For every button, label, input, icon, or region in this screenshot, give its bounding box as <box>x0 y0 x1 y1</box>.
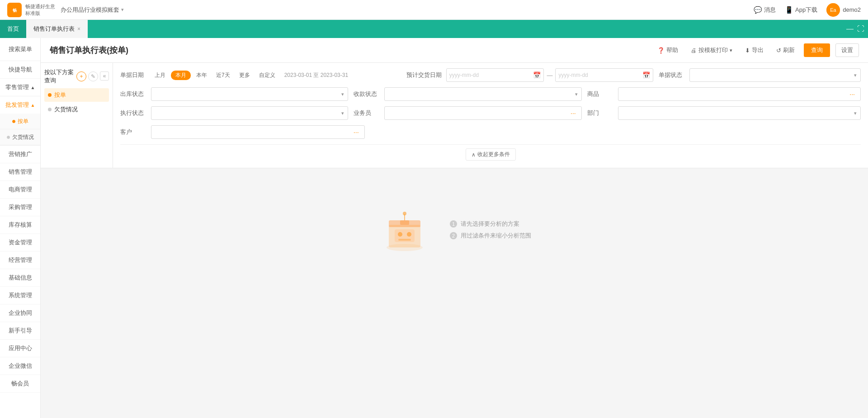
product-input[interactable]: ··· <box>618 87 861 101</box>
main-layout: 搜索菜单 快捷导航 零售管理 ▲ 批发管理 ▲ ● 按单 ● <box>0 38 868 418</box>
help-button[interactable]: ❓ 帮助 <box>654 44 682 56</box>
more-date-tab[interactable]: 更多 <box>236 71 254 80</box>
last-month-tab[interactable]: 上月 <box>151 71 169 80</box>
scheme-item-debt[interactable]: 欠货情况 <box>44 103 109 116</box>
scheme-panel: 按以下方案查询 + ✎ « 按单 欠货情况 <box>41 63 113 168</box>
custom-date-tab[interactable]: 自定义 <box>255 71 279 80</box>
sidebar-accordion-retail: 零售管理 ▲ <box>0 79 40 96</box>
expected-delivery-label: 预计交货日期 <box>406 71 443 79</box>
collect-status-field: 收款状态 ▾ <box>354 87 581 101</box>
sidebar-item-apps[interactable]: 应用中心 <box>0 340 40 357</box>
svg-rect-7 <box>400 220 409 225</box>
customer-input[interactable]: ··· <box>151 125 365 139</box>
outbound-status-arrow-icon: ▾ <box>341 91 344 97</box>
sidebar-item-business[interactable]: 经营管理 <box>0 252 40 269</box>
delivery-date-end[interactable]: yyyy-mm-dd 📅 <box>555 68 653 82</box>
tab-bar: 首页 销售订单执行表 × — ⛶ <box>0 20 868 38</box>
export-button[interactable]: ⬇ 导出 <box>741 44 767 56</box>
search-button[interactable]: 查询 <box>804 43 830 57</box>
scheme-collapse-button[interactable]: « <box>100 71 109 81</box>
svg-text:Ea: Ea <box>830 7 837 13</box>
product-field: 商品 ··· <box>587 87 861 101</box>
retail-expand-icon: ▲ <box>31 85 35 90</box>
refresh-button[interactable]: ↺ 刷新 <box>773 44 798 56</box>
sidebar-item-marketing[interactable]: 营销推广 <box>0 146 40 163</box>
sidebar-item-finance[interactable]: 资金管理 <box>0 234 40 252</box>
execution-status-arrow-icon: ▾ <box>341 110 344 116</box>
salesperson-input[interactable]: ··· <box>384 106 581 120</box>
empty-state-content: 1 请先选择要分析的方案 2 用过滤条件来缩小分析范围 <box>377 204 531 259</box>
customer-field: 客户 ··· <box>120 125 365 139</box>
svg-point-10 <box>407 232 411 237</box>
sidebar-item-newbie[interactable]: 新手引导 <box>0 322 40 340</box>
expected-delivery-field: 预计交货日期 yyyy-mm-dd 📅 — yyyy-mm-dd 📅 <box>406 68 653 82</box>
sidebar-item-retail[interactable]: 零售管理 ▲ <box>0 79 40 96</box>
message-button[interactable]: 💬 消息 <box>754 6 776 14</box>
window-minimize-icon[interactable]: — <box>846 25 854 33</box>
sidebar-item-inventory[interactable]: 库存核算 <box>0 216 40 234</box>
scheme-add-button[interactable]: + <box>76 71 86 81</box>
sidebar-item-quick-nav[interactable]: 快捷导航 <box>0 61 40 79</box>
svg-text:畅: 畅 <box>13 8 17 13</box>
message-icon: 💬 <box>754 6 762 14</box>
department-dropdown[interactable]: ▾ <box>618 106 861 120</box>
sidebar-item-ecommerce[interactable]: 电商管理 <box>0 181 40 199</box>
outbound-status-dropdown[interactable]: ▾ <box>151 87 348 101</box>
execution-status-dropdown[interactable]: ▾ <box>151 106 348 120</box>
empty-hint-1: 1 请先选择要分析的方案 <box>450 220 531 228</box>
print-arrow-icon: ▾ <box>730 48 732 53</box>
current-year-tab[interactable]: 本年 <box>193 71 211 80</box>
department-arrow-icon: ▾ <box>854 110 857 116</box>
sidebar-search-section: 搜索菜单 <box>0 38 40 61</box>
sidebar-item-wechat[interactable]: 企业微信 <box>0 357 40 375</box>
product-label: 商品 <box>587 90 614 98</box>
sidebar-item-sales[interactable]: 销售管理 <box>0 163 40 181</box>
sidebar-sub-item-debt[interactable]: ● 欠货情况 <box>0 129 40 145</box>
delivery-date-range: yyyy-mm-dd 📅 — yyyy-mm-dd 📅 <box>446 68 653 82</box>
current-month-tab[interactable]: 本月 <box>171 71 191 80</box>
scheme-item-order[interactable]: 按单 <box>44 88 109 102</box>
collapse-more-button[interactable]: ∧ 收起更多条件 <box>466 148 516 161</box>
salesperson-ellipsis-icon[interactable]: ··· <box>569 109 578 118</box>
app-download-button[interactable]: 📱 App下载 <box>785 6 817 14</box>
breadcrumb[interactable]: 办公用品行业模拟账套 ▾ <box>61 6 124 14</box>
last-7-days-tab[interactable]: 近7天 <box>212 71 234 80</box>
top-bar-left: 畅 畅捷通好生意 标准版 办公用品行业模拟账套 ▾ <box>7 3 124 17</box>
sidebar-item-purchase[interactable]: 采购管理 <box>0 199 40 216</box>
page-header: 销售订单执行表(按单) ❓ 帮助 🖨 按模板打印 ▾ ⬇ 导出 ↺ 刷新 <box>41 38 868 63</box>
customer-ellipsis-icon[interactable]: ··· <box>352 128 361 137</box>
tab-home[interactable]: 首页 <box>0 20 26 38</box>
outbound-status-label: 出库状态 <box>120 90 147 98</box>
help-icon: ❓ <box>657 47 665 54</box>
sidebar-item-member[interactable]: 畅会员 <box>0 375 40 393</box>
scheme-edit-button[interactable]: ✎ <box>88 71 98 81</box>
sidebar-accordion-wholesale: 批发管理 ▲ ● 按单 ● 欠货情况 <box>0 96 40 146</box>
sidebar-search-button[interactable]: 搜索菜单 <box>4 43 37 56</box>
debt-dot-icon: ● <box>6 133 11 141</box>
user-menu[interactable]: Ea demo2 <box>826 3 861 17</box>
filter-form: 单据日期 上月 本月 本年 近7天 更多 自定义 2023-03-01 至 20… <box>113 63 868 168</box>
scheme-debt-dot <box>48 108 52 111</box>
settings-button[interactable]: 设置 <box>835 43 859 57</box>
document-status-dropdown[interactable]: ▾ <box>689 68 861 82</box>
sidebar-item-wholesale[interactable]: 批发管理 ▲ <box>0 96 40 114</box>
product-ellipsis-icon[interactable]: ··· <box>848 90 857 99</box>
scheme-panel-header: 按以下方案查询 + ✎ « <box>44 68 109 85</box>
collapse-more-row: ∧ 收起更多条件 <box>120 144 861 162</box>
sidebar-sub-item-order[interactable]: ● 按单 <box>0 114 40 129</box>
wholesale-expand-icon: ▲ <box>31 103 35 108</box>
sidebar-item-system[interactable]: 系统管理 <box>0 287 40 304</box>
sidebar-item-enterprise[interactable]: 企业协同 <box>0 304 40 322</box>
collect-status-label: 收款状态 <box>354 90 381 98</box>
top-bar: 畅 畅捷通好生意 标准版 办公用品行业模拟账套 ▾ 💬 消息 📱 App下载 E… <box>0 0 868 20</box>
tab-sales-execution[interactable]: 销售订单执行表 × <box>26 20 88 38</box>
window-maximize-icon[interactable]: ⛶ <box>857 25 864 33</box>
tab-close-icon[interactable]: × <box>77 26 80 32</box>
collect-status-dropdown[interactable]: ▾ <box>384 87 581 101</box>
export-icon: ⬇ <box>745 47 750 54</box>
print-button[interactable]: 🖨 按模板打印 ▾ <box>687 44 736 56</box>
delivery-date-start[interactable]: yyyy-mm-dd 📅 <box>446 68 544 82</box>
sidebar-item-basic[interactable]: 基础信息 <box>0 269 40 287</box>
refresh-icon: ↺ <box>776 47 781 54</box>
filter-row-4: 客户 ··· <box>120 125 861 139</box>
